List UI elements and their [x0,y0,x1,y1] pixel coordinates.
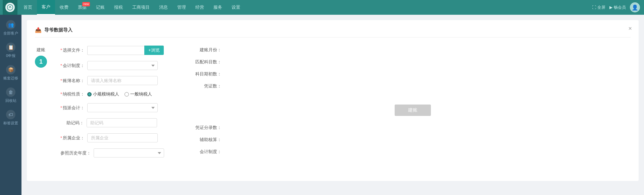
nav-item-fee[interactable]: 收费 [55,0,73,15]
voucher-row: 凭证数： [195,83,631,89]
nav-items: 首页 客户 收费 票据 new 记账 报税 工商项目 消息 管理 经营 服务 设… [19,0,245,15]
tag-settings-icon: 🏷 [6,110,15,119]
sidebar-item-account-migration[interactable]: 📦 账套迁移 [0,62,21,83]
build-month-row: 建账月份： [195,47,631,53]
recycle-icon: 🗑 [6,87,15,97]
history-select[interactable] [94,148,164,157]
fullscreen-icon: ⛶ [592,5,596,10]
account-migration-icon: 📦 [6,65,15,74]
ledger-input[interactable] [87,76,158,85]
top-nav: 首页 客户 收费 票据 new 记账 报税 工商项目 消息 管理 经营 服务 设… [0,0,644,15]
info-panel: 建账月份： 匹配科目数： 科目期初数： 凭证数： [195,46,631,157]
accountant-row: *指派会计： [60,103,181,112]
vip-btn[interactable]: ▶ 畅会员 [609,5,626,10]
nav-item-operation[interactable]: 经营 [191,0,209,15]
nav-item-home[interactable]: 首页 [19,0,37,15]
zero-report-icon: 📋 [6,43,15,52]
accountant-label: *指派会计： [60,105,85,111]
main-layout: 👥 全部客户 📋 0申报 📦 账套迁移 🗑 回收站 🏷 标签设置 📤 导爷数据导… [0,15,644,195]
vip-icon: ▶ [609,5,612,10]
import-icon: 📤 [35,27,42,33]
new-badge: new [82,2,90,6]
file-input-group: +浏览 [87,46,164,55]
nav-item-service[interactable]: 服务 [209,0,227,15]
sidebar-item-tag-settings[interactable]: 🏷 标签设置 [0,107,21,128]
all-customers-icon: 👥 [6,20,15,29]
nav-item-business[interactable]: 工商项目 [128,0,154,15]
card-title: 📤 导爷数据导入 [35,27,631,38]
accounting-label: *会计制度： [60,63,85,69]
nav-item-invoice[interactable]: 票据 new [73,0,91,15]
nav-item-message[interactable]: 消息 [154,0,172,15]
file-label: *选择文件： [60,47,85,53]
step-indicator: 建账 1 [35,46,47,157]
accounting-system-row: 会计制度： [195,149,631,155]
nav-item-settings[interactable]: 设置 [227,0,245,15]
file-row: *选择文件： +浏览 [60,46,181,55]
tax-radio-group: 小规模纳税人 一般纳税人 [87,91,152,97]
logo[interactable] [3,0,17,15]
close-button[interactable]: × [628,25,632,31]
accounting-row: *会计制度： [60,61,181,70]
avatar-icon: 👤 [632,4,638,11]
fullscreen-btn[interactable]: ⛶ 全屏 [592,5,605,10]
history-row: 参照历史年度： [60,148,181,157]
form-layout: 建账 1 *选择文件： +浏览 [35,46,631,157]
browse-button[interactable]: +浏览 [144,46,164,55]
nav-item-tax[interactable]: 报税 [109,0,128,15]
ledger-label: *账簿名称： [60,78,85,84]
sidebar-item-zero-report[interactable]: 📋 0申报 [0,40,21,61]
tax-label: *纳税性质： [60,91,85,97]
auxiliary-row: 辅助核算： [195,137,631,143]
accountant-select[interactable] [87,103,158,112]
tax-option-small[interactable]: 小规模纳税人 [87,91,119,97]
nav-right: ⛶ 全屏 ▶ 畅会员 👤 [592,2,644,12]
form-left: 建账 1 *选择文件： +浏览 [35,46,181,157]
content-area: 📤 导爷数据导入 × 建账 1 [21,15,644,195]
accounting-select[interactable] [87,61,158,70]
match-subject-row: 匹配科目数： [195,59,631,65]
memo-label: 助记码： [60,120,84,126]
svg-point-1 [9,6,10,7]
file-input[interactable] [87,46,144,55]
build-account-button[interactable]: 建账 [395,105,431,116]
sidebar-item-recycle[interactable]: 🗑 回收站 [0,85,21,106]
tax-row: *纳税性质： 小规模纳税人 一般纳税人 [60,91,181,97]
company-row: *所属企业： [60,133,181,142]
svg-point-0 [7,5,13,10]
company-input[interactable] [87,133,158,142]
sidebar-item-all-customers[interactable]: 👥 全部客户 [0,17,21,39]
company-label: *所属企业： [60,135,85,141]
history-label: 参照历史年度： [60,150,91,156]
step-circle: 1 [35,56,47,68]
nav-item-manage[interactable]: 管理 [172,0,191,15]
memo-row: 助记码： [60,118,181,127]
voucher-entries-row: 凭证分录数： [195,125,631,131]
nav-item-bookkeeping[interactable]: 记账 [91,0,109,15]
sidebar: 👥 全部客户 📋 0申报 📦 账套迁移 🗑 回收站 🏷 标签设置 [0,15,21,195]
memo-input[interactable] [87,118,157,127]
tax-option-general[interactable]: 一般纳税人 [125,91,152,97]
subject-period-row: 科目期初数： [195,71,631,77]
ledger-row: *账簿名称： [60,76,181,85]
import-card: 📤 导爷数据导入 × 建账 1 [27,20,639,181]
avatar[interactable]: 👤 [630,2,640,12]
form-fields: *选择文件： +浏览 *会计制度： [60,46,181,157]
nav-item-customer[interactable]: 客户 [37,0,55,15]
